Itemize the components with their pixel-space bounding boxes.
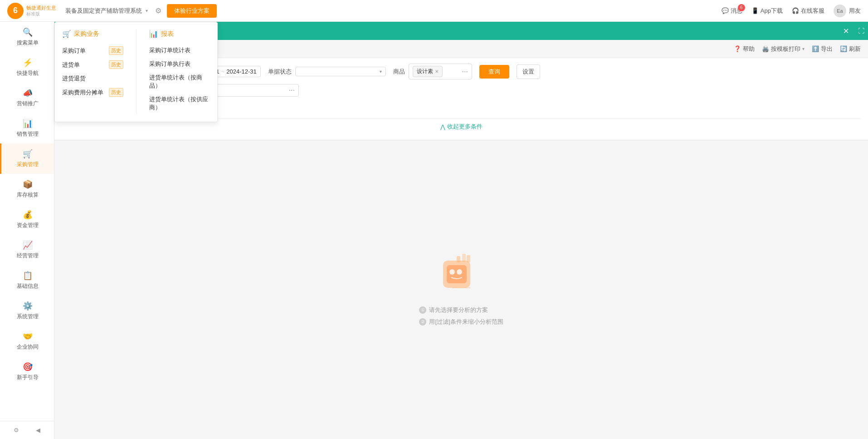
- sidebar-item-inventory[interactable]: 📦 库存核算: [0, 174, 54, 204]
- purchase-order-label: 采购订单: [62, 47, 86, 55]
- title-arrow-icon[interactable]: ▾: [146, 8, 148, 13]
- dropdown-goods-receipt-stat-by-supplier[interactable]: 进货单统计表（按供应商）: [149, 93, 210, 114]
- sidebar-label-operations: 经营管理: [17, 252, 39, 260]
- sidebar-item-marketing[interactable]: 📣 营销推广: [0, 83, 54, 113]
- filter-voucher-status-item: 单据状态 ▾: [268, 67, 386, 76]
- voucher-status-select[interactable]: ▾: [295, 67, 386, 76]
- gear-icon[interactable]: ⚙: [155, 6, 161, 15]
- logo-text: 畅捷通好生意 标准版: [26, 5, 56, 17]
- avatar: Ea: [834, 5, 846, 17]
- dropdown-purchase-order[interactable]: 采购订单 历史: [62, 44, 123, 58]
- sidebar-label-inventory: 库存核算: [17, 191, 39, 199]
- search-btn[interactable]: 查询: [479, 65, 509, 79]
- dropdown-purchase-order-exec[interactable]: 采购订单执行表: [149, 57, 210, 71]
- svg-rect-6: [467, 255, 470, 262]
- sidebar-item-finance[interactable]: 💰 资金管理: [0, 204, 54, 235]
- empty-text-area: ① 请先选择要分析的方案 ② 用[过滤]条件来缩小分析范围: [419, 304, 503, 328]
- sidebar-item-basic[interactable]: 📋 基础信息: [0, 265, 54, 296]
- goods-receipt-label: 进货单: [62, 61, 80, 69]
- sidebar-item-enterprise[interactable]: 🤝 企业协同: [0, 326, 54, 356]
- svg-point-3: [457, 269, 462, 275]
- print-icon: 🖨️: [762, 45, 769, 52]
- sidebar-item-search[interactable]: 🔍 搜索菜单: [0, 22, 54, 52]
- dropdown-purchase-expense[interactable]: 采购费用分摊单 历史: [62, 85, 123, 99]
- dropdown-goods-return[interactable]: 进货退货: [62, 72, 123, 85]
- system-title: 装备及固定资产辅助管理系统: [65, 7, 142, 15]
- sidebar-label-marketing: 营销推广: [17, 100, 39, 108]
- history-tag-goods-receipt: 历史: [109, 60, 123, 69]
- print-arrow-icon[interactable]: ▾: [802, 46, 805, 51]
- sidebar-item-purchase[interactable]: 🛒 采购管理: [0, 143, 54, 174]
- svg-rect-1: [447, 265, 467, 283]
- dropdown-divider: [136, 30, 137, 114]
- user-menu-btn[interactable]: Ea 用友: [834, 5, 861, 17]
- salesperson-select[interactable]: ···: [208, 84, 299, 97]
- tabbar-expand-icon[interactable]: ⛶: [854, 27, 868, 35]
- history-tag-purchase-expense: 历史: [109, 88, 123, 97]
- goods-dots-icon[interactable]: ···: [462, 68, 468, 76]
- sidebar-item-operations[interactable]: 📈 经营管理: [0, 235, 54, 265]
- collapse-sidebar-icon[interactable]: ◀: [36, 427, 40, 434]
- settings-bottom-icon[interactable]: ⚙: [14, 427, 19, 434]
- goods-tag-text: 设计素: [417, 68, 433, 75]
- voucher-status-label: 单据状态: [268, 68, 292, 76]
- sidebar-label-basic: 基础信息: [17, 282, 39, 290]
- report-col: 📊 报表 采购订单统计表 采购订单执行表 进货单统计表（按商品） 进货单统计表（…: [149, 30, 210, 114]
- goods-select[interactable]: 设计素 ✕ ···: [409, 64, 472, 79]
- notification-badge: 6: [738, 4, 745, 11]
- sidebar-item-guide[interactable]: 🎯 新手引导: [0, 356, 54, 387]
- dropdown-purchase-order-stat[interactable]: 采购订单统计表: [149, 44, 210, 57]
- help-icon: ❓: [734, 45, 741, 52]
- export-btn[interactable]: ⬆️ 导出: [812, 45, 833, 53]
- dropdown-goods-receipt[interactable]: 进货单 历史: [62, 58, 123, 72]
- sidebar-label-finance: 资金管理: [17, 222, 39, 229]
- app-download-btn[interactable]: 📱 App下载: [751, 7, 783, 15]
- history-tag-purchase-order: 历史: [109, 46, 123, 55]
- logo-name: 畅捷通好生意: [26, 5, 56, 11]
- purchase-col-icon: 🛒: [62, 30, 71, 38]
- industry-btn[interactable]: 体验行业方案: [167, 4, 217, 18]
- system-title-area: 装备及固定资产辅助管理系统 ▾ ⚙: [65, 6, 161, 15]
- sidebar-label-search: 搜索菜单: [17, 39, 39, 47]
- help-label: 帮助: [743, 45, 755, 53]
- purchase-col-title: 🛒 采购业务: [62, 30, 123, 38]
- sidebar-item-sales[interactable]: 📊 销售管理: [0, 113, 54, 143]
- print-btn[interactable]: 🖨️ 按模板打印 ▾: [762, 45, 805, 53]
- report-col-title-text: 报表: [161, 30, 174, 38]
- help-btn[interactable]: ❓ 帮助: [734, 45, 755, 53]
- logo-icon: 6: [7, 3, 24, 19]
- date-end: 2024-12-31: [226, 68, 257, 75]
- tabbar-close-icon[interactable]: ✕: [838, 27, 854, 35]
- refresh-btn[interactable]: 🔄 刷新: [840, 45, 861, 53]
- purchase-expense-label: 采购费用分摊单: [62, 89, 103, 97]
- goods-tag-close-icon[interactable]: ✕: [435, 69, 439, 74]
- trend-icon: 📈: [23, 240, 33, 250]
- sidebar-label-purchase: 采购管理: [17, 161, 39, 168]
- goods-tag: 设计素 ✕: [413, 66, 443, 77]
- collapse-up-icon: ⋀: [440, 123, 445, 130]
- export-icon: ⬆️: [812, 45, 819, 52]
- sidebar-item-system[interactable]: ⚙️ 系统管理: [0, 296, 54, 326]
- svg-point-2: [449, 269, 455, 275]
- goods-return-label: 进货退货: [62, 74, 86, 83]
- goods-label: 商品: [393, 68, 405, 76]
- chart-icon: 📊: [23, 118, 33, 128]
- collapse-label: 收起更多条件: [447, 123, 483, 131]
- salesperson-dots-icon[interactable]: ···: [289, 86, 295, 94]
- setting-btn[interactable]: 设置: [517, 64, 540, 79]
- empty-step1: ① 请先选择要分析的方案: [419, 304, 503, 316]
- purchase-order-stat-label: 采购订单统计表: [149, 46, 190, 54]
- print-label: 按模板打印: [771, 45, 800, 53]
- box-icon: 📦: [23, 179, 33, 189]
- step2-text: 用[过滤]条件来缩小分析范围: [429, 316, 503, 328]
- app-label: App下载: [761, 7, 783, 15]
- dropdown-goods-receipt-stat-by-goods[interactable]: 进货单统计表（按商品）: [149, 71, 210, 93]
- online-service-btn[interactable]: 🎧 在线客服: [792, 7, 824, 15]
- sidebar: 🔍 搜索菜单 ⚡ 快捷导航 📣 营销推广 📊 销售管理 🛒 采购管理 📦 库存核…: [0, 22, 54, 439]
- megaphone-icon: 📣: [23, 88, 33, 98]
- purchase-order-exec-label: 采购订单执行表: [149, 60, 190, 68]
- sidebar-item-quick[interactable]: ⚡ 快捷导航: [0, 52, 54, 83]
- notification-btn[interactable]: 💬 消息 6: [722, 7, 742, 15]
- headset-icon: 🎧: [792, 7, 799, 14]
- sidebar-label-guide: 新手引导: [17, 374, 39, 381]
